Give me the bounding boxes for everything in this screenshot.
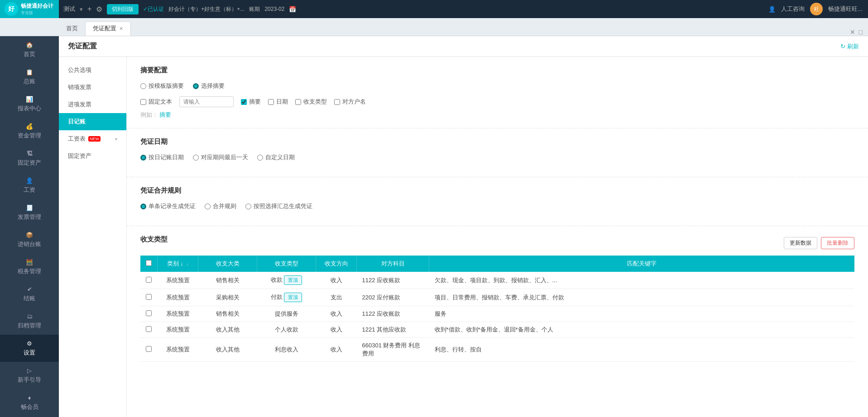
- checkbox-summary-input[interactable]: [241, 99, 247, 105]
- row-direction: 收入: [316, 322, 357, 338]
- row-checkbox[interactable]: [146, 277, 152, 283]
- sidebar-label-tax: 税务管理: [18, 267, 41, 275]
- reset-btn-0[interactable]: 置顶: [284, 275, 302, 285]
- table-row: 系统预置 销售相关 收款 置顶 收入 1122 应收账款 欠款、现金、项目款、到…: [140, 272, 854, 289]
- sidebar-item-funds[interactable]: 💰 资金管理: [0, 118, 59, 145]
- help-label[interactable]: 人工咨询: [781, 5, 805, 13]
- radio-period-last[interactable]: 对应期间最后一天: [193, 153, 248, 161]
- sidebar-label-settlement: 结账: [24, 294, 35, 303]
- th-account: 对方科目: [357, 256, 429, 272]
- checkbox-counterpart-input[interactable]: [334, 99, 340, 105]
- sidebar-item-tax[interactable]: 🧮 税务管理: [0, 253, 59, 280]
- tab-home[interactable]: 首页: [59, 21, 85, 36]
- voucher-date-title: 凭证日期: [140, 137, 854, 146]
- checkbox-counterpart[interactable]: 对方户名: [334, 98, 366, 106]
- user-name[interactable]: 畅捷通旺旺...: [828, 5, 863, 13]
- left-nav-sales-invoice[interactable]: 销项发票: [59, 79, 126, 96]
- radio-select-summary-gen-input[interactable]: [245, 204, 251, 209]
- radio-template-summary[interactable]: 按模板版摘要: [140, 82, 184, 90]
- sidebar-item-ledger[interactable]: 📋 总账: [0, 63, 59, 90]
- sidebar-item-member[interactable]: ♦ 畅会员: [0, 389, 59, 416]
- radio-template-input[interactable]: [140, 83, 146, 89]
- row-keywords: 欠款、现金、项目款、到款、报销款、汇入、...: [429, 272, 855, 289]
- row-category: 系统预置: [158, 272, 198, 289]
- radio-merge-rule[interactable]: 合并规则: [205, 202, 236, 210]
- row-direction: 收入: [316, 272, 357, 289]
- row-checkbox[interactable]: [146, 294, 152, 300]
- tab-close-icon[interactable]: ✕: [119, 26, 123, 32]
- sidebar-item-purchase-sale[interactable]: 📦 进销台账: [0, 226, 59, 253]
- page-title: 凭证配置: [68, 42, 97, 51]
- left-nav-fixed-assets[interactable]: 固定资产: [59, 147, 126, 165]
- income-expense-table: 类别 ↓ ↓ 收支大类 收支类型 收支方向 对方科目 匹配关键字: [140, 256, 854, 362]
- checkbox-date-input[interactable]: [268, 99, 274, 105]
- sidebar-item-home[interactable]: 🏠 首页: [0, 36, 59, 63]
- radio-single-input[interactable]: [140, 204, 146, 209]
- sidebar-item-settings[interactable]: ⚙ 设置: [0, 335, 59, 362]
- summary-label: 摘要: [249, 98, 261, 106]
- checkbox-fixed-text-input[interactable]: [140, 99, 146, 105]
- row-account: 1221 其他应收款: [357, 322, 429, 338]
- add-icon[interactable]: +: [87, 5, 91, 13]
- sidebar-item-guide[interactable]: ▷ 新手引导: [0, 362, 59, 389]
- reset-btn-1[interactable]: 置顶: [284, 293, 302, 302]
- row-checkbox[interactable]: [146, 310, 152, 316]
- left-nav-public[interactable]: 公共选项: [59, 62, 126, 79]
- settings-icon[interactable]: ⚙: [96, 5, 102, 14]
- switch-version-button[interactable]: 切到旧版: [107, 4, 139, 14]
- expand-icon[interactable]: ▾: [115, 137, 117, 142]
- checkbox-summary[interactable]: 摘要: [241, 98, 261, 106]
- left-nav-payroll-table[interactable]: 工资表 NEW ▾: [59, 130, 126, 147]
- radio-custom-date-input[interactable]: [257, 155, 263, 161]
- tab-voucher-config[interactable]: 凭证配置 ✕: [85, 21, 131, 36]
- radio-period-last-input[interactable]: [193, 155, 199, 161]
- window-maximize-icon[interactable]: □: [859, 28, 863, 36]
- sidebar-item-invoice-mgmt[interactable]: 🧾 发票管理: [0, 199, 59, 226]
- sidebar-item-archive[interactable]: 🗂 归档管理: [0, 308, 59, 335]
- radio-journal-date[interactable]: 按日记账日期: [140, 153, 184, 161]
- payroll-table-label: 工资表: [68, 135, 86, 143]
- radio-select-summary-gen[interactable]: 按照选择汇总生成凭证: [245, 202, 312, 210]
- avatar[interactable]: 旺: [810, 3, 823, 15]
- radio-merge-rule-input[interactable]: [205, 204, 211, 209]
- sidebar-label-payroll: 工资: [24, 186, 35, 194]
- update-data-button[interactable]: 更新数据: [784, 237, 817, 249]
- sidebar-item-reports[interactable]: 📊 报表中心: [0, 90, 59, 118]
- row-type: 收款 置顶: [257, 272, 316, 289]
- checkbox-income-type-input[interactable]: [295, 99, 301, 105]
- th-category[interactable]: 类别 ↓ ↓: [158, 256, 198, 272]
- row-major: 采购相关: [198, 289, 257, 306]
- row-category: 系统预置: [158, 306, 198, 322]
- radio-select-summary[interactable]: 选择摘要: [193, 82, 225, 90]
- radio-journal-date-input[interactable]: [140, 155, 146, 161]
- sort-icon: ↓: [186, 261, 188, 266]
- checkbox-income-type[interactable]: 收支类型: [295, 98, 327, 106]
- batch-delete-button[interactable]: 批量删除: [821, 237, 854, 249]
- radio-custom-date[interactable]: 自定义日期: [257, 153, 295, 161]
- row-checkbox[interactable]: [146, 326, 152, 332]
- left-nav-purchase-invoice[interactable]: 进项发票: [59, 96, 126, 113]
- row-keywords: 项目、日常费用、报销款、车费、承兑汇票、付款: [429, 289, 855, 306]
- radio-select-input[interactable]: [193, 83, 199, 89]
- calendar-icon[interactable]: 📅: [289, 6, 296, 13]
- settings-content: 摘要配置 按模板版摘要 选择摘要: [127, 57, 868, 417]
- sidebar-item-payroll[interactable]: 👤 工资: [0, 172, 59, 199]
- table-header: 类别 ↓ ↓ 收支大类 收支类型 收支方向 对方科目 匹配关键字: [140, 256, 854, 272]
- table-row: 系统预置 收入其他 个人收款 收入 1221 其他应收款 收到*借款、收到*备用…: [140, 322, 854, 338]
- refresh-button[interactable]: ↻ 刷新: [840, 43, 859, 51]
- radio-single[interactable]: 单条记录生成凭证: [140, 202, 196, 210]
- sidebar-item-assets[interactable]: 🏗 固定资产: [0, 145, 59, 172]
- window-close-icon[interactable]: ✕: [850, 28, 855, 36]
- row-type: 提供服务: [257, 306, 316, 322]
- chevron-down-icon: ▾: [80, 6, 83, 13]
- summary-radio-group: 按模板版摘要 选择摘要: [140, 82, 854, 90]
- checkbox-fixed-text[interactable]: 固定文本: [140, 98, 172, 106]
- row-account: 660301 财务费用 利息费用: [357, 338, 429, 362]
- row-checkbox[interactable]: [146, 346, 152, 352]
- checkbox-date[interactable]: 日期: [268, 98, 288, 106]
- left-nav-journal[interactable]: 日记账: [59, 113, 126, 130]
- settlement-icon: ✔: [27, 286, 32, 293]
- fixed-text-input[interactable]: [179, 96, 234, 107]
- sidebar-item-settlement[interactable]: ✔ 结账: [0, 280, 59, 308]
- select-all-checkbox[interactable]: [146, 260, 152, 266]
